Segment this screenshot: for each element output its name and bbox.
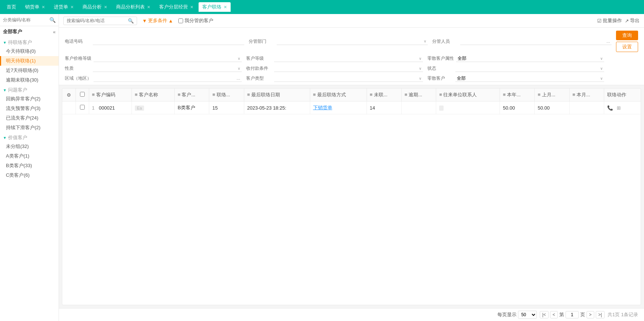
dots-icon[interactable]: ... xyxy=(606,39,610,44)
status-input[interactable] xyxy=(457,66,600,71)
nature-input[interactable] xyxy=(94,66,238,71)
next-page-button[interactable]: > xyxy=(587,311,594,318)
my-customer-checkbox[interactable] xyxy=(178,18,183,23)
region-select[interactable]: ... xyxy=(94,75,242,82)
all-customers-header[interactable]: 全部客户 « xyxy=(0,26,59,37)
price-level-input[interactable] xyxy=(95,56,238,61)
query-button[interactable]: 查询 xyxy=(616,31,638,40)
chevron-down-icon: ∨ xyxy=(600,56,603,61)
nav-item-purchase[interactable]: 进货单 ✕ xyxy=(50,2,77,12)
phone-input[interactable] xyxy=(93,38,244,45)
col-overdue-header: ≡ 逾期... xyxy=(401,89,436,101)
payment-input[interactable] xyxy=(276,66,419,71)
collapse-icon[interactable]: « xyxy=(53,29,56,35)
sidebar-item-overdue-contact[interactable]: 逾期未联络(30) xyxy=(0,75,59,85)
table-row: 1 000021 Ea B类客户 15 2023-05-23 18:25: 下销… xyxy=(62,101,641,114)
row-last-method-cell[interactable]: 下销货单 xyxy=(310,101,367,114)
payment-select[interactable]: ∨ xyxy=(274,65,423,72)
chevron-down-icon: ∨ xyxy=(600,76,603,80)
status-select[interactable]: ∨ xyxy=(455,65,604,72)
export-icon: ↗ xyxy=(625,18,629,24)
col-last-month-header: ≡ 上月... xyxy=(535,89,569,101)
group-problem-customers[interactable]: 问题客户 xyxy=(0,85,59,94)
close-icon[interactable]: ✕ xyxy=(147,5,150,10)
close-icon[interactable]: ✕ xyxy=(70,5,74,10)
last-method-link[interactable]: 下销货单 xyxy=(313,105,332,110)
batch-operation-button[interactable]: ☑ 批量操作 xyxy=(597,17,622,24)
nature-select[interactable]: ∨ xyxy=(93,65,242,72)
dots-icon[interactable]: ... xyxy=(237,76,240,81)
col-code-header: ≡ 客户编码 xyxy=(89,89,132,101)
region-input[interactable] xyxy=(95,76,237,81)
sidebar-item-tomorrow-contact[interactable]: 明天待联络(1) xyxy=(0,56,59,66)
dept-input[interactable] xyxy=(278,39,424,44)
dept-select[interactable]: ∨ xyxy=(277,38,428,45)
chevron-down-icon: ∨ xyxy=(419,56,421,61)
retail-customer-select[interactable]: ∨ xyxy=(455,75,604,82)
row-checkbox-cell xyxy=(76,101,89,114)
chevron-down-icon: ∨ xyxy=(238,56,240,61)
sidebar-item-ungrouped[interactable]: 未分组(32) xyxy=(0,142,59,151)
toolbar: 🔍 ▼ 更多条件 ▲ 我分管的客户 ☑ 批量操作 ↗ 导出 xyxy=(59,14,644,28)
customer-type-input[interactable] xyxy=(276,76,419,81)
nav-item-customer-contact[interactable]: 客户联络 ✕ xyxy=(199,2,231,12)
col-this-month-header: ≡ 本月... xyxy=(569,89,604,101)
filter-region: 区域（地区） ... xyxy=(65,75,242,82)
filter-payment: 收付款条件 ∨ xyxy=(246,65,423,72)
close-icon[interactable]: ✕ xyxy=(190,5,193,10)
row-checkbox[interactable] xyxy=(80,105,85,110)
close-icon[interactable]: ✕ xyxy=(42,5,45,10)
sidebar-search-input[interactable] xyxy=(3,17,48,23)
group-value-customers[interactable]: 价值客户 xyxy=(0,132,59,142)
sidebar-item-churn-warning[interactable]: 流失预警客户(3) xyxy=(0,104,59,113)
customer-type-select[interactable]: ∨ xyxy=(274,75,423,82)
phone-action-icon[interactable]: 📞 xyxy=(607,105,613,111)
sidebar-item-churned[interactable]: 已流失客户(24) xyxy=(0,113,59,123)
select-all-checkbox[interactable] xyxy=(80,92,85,97)
nav-item-sales[interactable]: 销货单 ✕ xyxy=(21,2,49,12)
sidebar-item-7days-contact[interactable]: 近7天待联络(0) xyxy=(0,66,59,75)
first-page-button[interactable]: |< xyxy=(540,311,549,318)
nav-item-product-list[interactable]: 商品分析列表 ✕ xyxy=(112,2,154,12)
sidebar-search-icon[interactable]: 🔍 xyxy=(49,17,56,23)
sidebar-item-class-b[interactable]: B类客户(33) xyxy=(0,161,59,170)
col-settings-header[interactable]: ⚙ xyxy=(62,89,76,101)
sidebar-item-declining[interactable]: 持续下滑客户(2) xyxy=(0,123,59,132)
row-code-cell: 1 000021 xyxy=(89,101,132,114)
settings-button[interactable]: 设置 xyxy=(616,42,638,52)
filter-panel: 电话号码 分管部门 ∨ 分管人员 ... xyxy=(59,28,644,85)
filter-row-1: 电话号码 分管部门 ∨ 分管人员 ... xyxy=(65,31,638,52)
more-filter-button[interactable]: ▼ 更多条件 ▲ xyxy=(140,16,175,25)
more-action-icon[interactable]: ⊞ xyxy=(617,105,621,111)
search-input[interactable] xyxy=(67,18,126,23)
retail-attr-input[interactable] xyxy=(458,56,600,61)
nav-item-home[interactable]: 首页 xyxy=(3,2,20,12)
group-pending-contact[interactable]: 待联络客户 xyxy=(0,37,59,46)
export-button[interactable]: ↗ 导出 xyxy=(625,17,640,24)
customer-level-select[interactable]: ∨ xyxy=(274,55,423,62)
retail-customer-input[interactable] xyxy=(457,76,600,81)
close-icon[interactable]: ✕ xyxy=(224,5,227,10)
nav-item-customer-tier[interactable]: 客户分层经营 ✕ xyxy=(155,2,197,12)
sidebar-item-repurchase-abnormal[interactable]: 回购异常客户(2) xyxy=(0,94,59,104)
sidebar-item-today-contact[interactable]: 今天待联络(0) xyxy=(0,46,59,56)
row-this-month-cell xyxy=(569,101,604,114)
page-size-select[interactable]: 50 100 200 xyxy=(518,311,537,319)
prev-page-button[interactable]: < xyxy=(550,311,558,318)
last-page-button[interactable]: >| xyxy=(596,311,605,318)
my-customer-checkbox-label[interactable]: 我分管的客户 xyxy=(178,17,213,24)
person-select[interactable]: ... xyxy=(460,38,612,45)
customer-level-input[interactable] xyxy=(276,56,419,61)
col-action-header: 联络动作 xyxy=(604,89,641,101)
price-level-select[interactable]: ∨ xyxy=(94,55,242,62)
nav-item-product-analysis[interactable]: 商品分析 ✕ xyxy=(79,2,111,12)
search-icon[interactable]: 🔍 xyxy=(128,18,134,24)
close-icon[interactable]: ✕ xyxy=(104,5,107,10)
funnel-icon: ▼ xyxy=(142,18,147,24)
filter-customer-level: 客户等级 ∨ xyxy=(246,55,423,62)
sidebar-item-class-a[interactable]: A类客户(1) xyxy=(0,151,59,161)
sidebar-item-class-c[interactable]: C类客户(6) xyxy=(0,170,59,180)
page-number-input[interactable] xyxy=(566,311,579,318)
person-input[interactable] xyxy=(462,39,606,44)
retail-attr-select[interactable]: ∨ xyxy=(456,55,604,62)
